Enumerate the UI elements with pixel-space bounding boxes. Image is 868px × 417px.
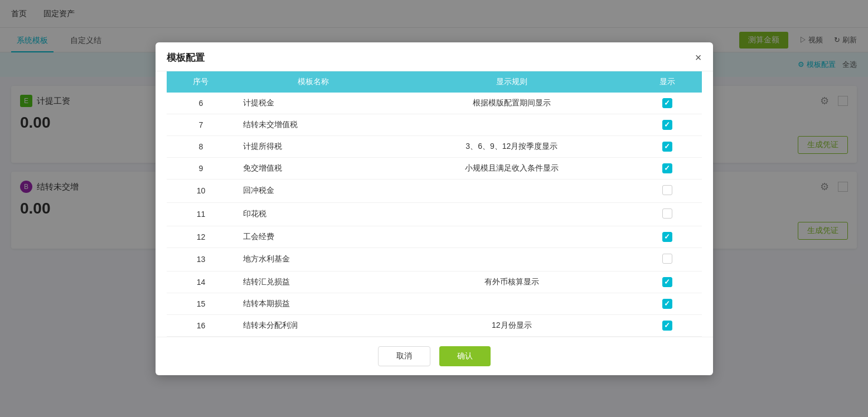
cell-display [633, 135, 702, 157]
cell-seq: 14 [167, 271, 236, 293]
cell-rule [391, 226, 633, 248]
display-checkbox[interactable] [662, 185, 672, 195]
modal-title: 模板配置 [167, 51, 205, 64]
cell-name: 计提所得税 [235, 135, 391, 157]
table-row: 7结转未交增值税 [167, 114, 702, 135]
modal-close-button[interactable]: × [695, 52, 702, 63]
cell-rule [391, 179, 633, 202]
cell-display [633, 314, 702, 336]
col-header-seq: 序号 [167, 71, 236, 93]
cell-seq: 8 [167, 135, 236, 157]
cell-display [633, 93, 702, 114]
modal-header: 模板配置 × [156, 42, 713, 71]
confirm-button[interactable]: 确认 [439, 346, 491, 366]
cell-rule: 12月份显示 [391, 314, 633, 336]
cell-rule: 3、6、9、12月按季度显示 [391, 135, 633, 157]
cell-rule [391, 202, 633, 226]
modal-body: 序号 模板名称 显示规则 显示 6计提税金根据模版配置期间显示7结转未交增值税8… [156, 71, 713, 337]
cell-rule: 小规模且满足收入条件显示 [391, 157, 633, 179]
cell-name: 结转汇兑损益 [235, 271, 391, 293]
config-table: 序号 模板名称 显示规则 显示 6计提税金根据模版配置期间显示7结转未交增值税8… [167, 71, 702, 337]
cell-rule: 有外币核算显示 [391, 271, 633, 293]
display-checkbox[interactable] [662, 142, 672, 152]
table-row: 15结转本期损益 [167, 293, 702, 314]
display-checkbox[interactable] [662, 277, 672, 287]
table-row: 13地方水利基金 [167, 248, 702, 271]
cell-display [633, 226, 702, 248]
display-checkbox[interactable] [662, 321, 672, 331]
template-config-modal: 模板配置 × 序号 模板名称 显示规则 显示 6计提税金根据模版配置期间显示7结… [156, 42, 713, 375]
col-header-rule: 显示规则 [391, 71, 633, 93]
cell-name: 工会经费 [235, 226, 391, 248]
cell-display [633, 271, 702, 293]
display-checkbox[interactable] [662, 98, 672, 108]
table-body: 6计提税金根据模版配置期间显示7结转未交增值税8计提所得税3、6、9、12月按季… [167, 93, 702, 337]
cell-seq: 9 [167, 157, 236, 179]
cell-seq: 6 [167, 93, 236, 114]
col-header-name: 模板名称 [235, 71, 391, 93]
cell-name: 免交增值税 [235, 157, 391, 179]
cell-name: 结转本期损益 [235, 293, 391, 314]
table-row: 8计提所得税3、6、9、12月按季度显示 [167, 135, 702, 157]
cell-name: 计提税金 [235, 93, 391, 114]
table-row: 14结转汇兑损益有外币核算显示 [167, 271, 702, 293]
cell-name: 回冲税金 [235, 179, 391, 202]
display-checkbox[interactable] [662, 299, 672, 309]
cell-seq: 13 [167, 248, 236, 271]
cell-rule [391, 293, 633, 314]
col-header-display: 显示 [633, 71, 702, 93]
cell-display [633, 248, 702, 271]
cell-rule [391, 248, 633, 271]
table-row: 6计提税金根据模版配置期间显示 [167, 93, 702, 114]
cancel-button[interactable]: 取消 [378, 346, 430, 366]
cell-name: 印花税 [235, 202, 391, 226]
cell-seq: 15 [167, 293, 236, 314]
cell-name: 地方水利基金 [235, 248, 391, 271]
table-row: 10回冲税金 [167, 179, 702, 202]
cell-seq: 16 [167, 314, 236, 336]
cell-name: 结转未交增值税 [235, 114, 391, 135]
modal-footer: 取消 确认 [156, 337, 713, 375]
cell-seq: 7 [167, 114, 236, 135]
table-row: 9免交增值税小规模且满足收入条件显示 [167, 157, 702, 179]
cell-name: 结转未分配利润 [235, 314, 391, 336]
table-row: 12工会经费 [167, 226, 702, 248]
cell-display [633, 202, 702, 226]
table-head: 序号 模板名称 显示规则 显示 [167, 71, 702, 93]
cell-seq: 12 [167, 226, 236, 248]
cell-display [633, 293, 702, 314]
display-checkbox[interactable] [662, 208, 672, 219]
cell-rule [391, 114, 633, 135]
display-checkbox[interactable] [662, 254, 672, 264]
table-row: 16结转未分配利润12月份显示 [167, 314, 702, 336]
cell-display [633, 179, 702, 202]
cell-seq: 11 [167, 202, 236, 226]
display-checkbox[interactable] [662, 120, 672, 130]
display-checkbox[interactable] [662, 163, 672, 173]
table-row: 11印花税 [167, 202, 702, 226]
cell-display [633, 157, 702, 179]
cell-rule: 根据模版配置期间显示 [391, 93, 633, 114]
modal-overlay: 模板配置 × 序号 模板名称 显示规则 显示 6计提税金根据模版配置期间显示7结… [0, 0, 868, 417]
cell-display [633, 114, 702, 135]
cell-seq: 10 [167, 179, 236, 202]
display-checkbox[interactable] [662, 232, 672, 242]
